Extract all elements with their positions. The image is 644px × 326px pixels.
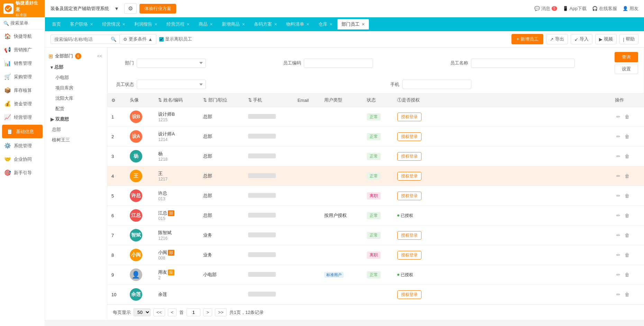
more-filters-btn[interactable]: ⚙ 更多条件 ▲ — [119, 34, 156, 44]
delete-btn[interactable]: 🗑 — [623, 173, 631, 179]
user-profile-btn[interactable]: 👤 用友 — [623, 6, 638, 12]
delete-btn[interactable]: 🗑 — [623, 291, 631, 298]
edit-btn[interactable]: ✏ — [615, 212, 622, 219]
auth-btn[interactable]: 授权登录 — [397, 152, 421, 161]
auth-btn[interactable]: 授权登录 — [397, 113, 421, 121]
delete-btn[interactable]: 🗑 — [623, 232, 631, 239]
auth-btn[interactable]: 授权登录 — [397, 172, 421, 180]
dept-item-dispatch[interactable]: 配货 — [48, 104, 107, 114]
dept-filter-select[interactable] — [137, 59, 206, 68]
video-btn[interactable]: ▶ 视频 — [595, 34, 617, 44]
sidebar-item-collab[interactable]: 🤝 企业协同 — [0, 152, 45, 166]
emp-status-select[interactable] — [137, 80, 206, 89]
auth-btn[interactable]: 授权登录 — [397, 251, 421, 259]
sidebar-item-marketing[interactable]: 📢 营销推广 — [0, 43, 45, 56]
auth-btn[interactable]: 授权登录 — [397, 290, 421, 299]
dept-item-zongbu[interactable]: 总部 — [45, 124, 107, 135]
tab-home[interactable]: 首页 — [48, 19, 65, 29]
sidebar-search[interactable]: 🔍 搜索菜单 — [0, 17, 45, 29]
close-icon[interactable]: ✕ — [274, 22, 277, 27]
emp-code-input[interactable] — [304, 59, 373, 68]
tab-barcode[interactable]: 条码方案✕ — [250, 19, 281, 29]
delete-btn[interactable]: 🗑 — [623, 252, 631, 258]
search-input[interactable] — [51, 35, 120, 44]
close-icon[interactable]: ✕ — [242, 22, 245, 27]
export-btn[interactable]: ↗ 导出 — [546, 34, 568, 44]
sidebar-item-sales[interactable]: 📊 销售管理 — [0, 56, 45, 70]
emp-name-input[interactable] — [471, 59, 575, 68]
show-resigned-label[interactable]: 显示离职员工 — [159, 36, 192, 42]
sidebar-item-finance[interactable]: 💰 资金管理 — [0, 97, 45, 111]
sidebar-item-operations[interactable]: 📈 经营管理 — [0, 111, 45, 124]
delete-btn[interactable]: 🗑 — [623, 113, 631, 120]
sidebar-item-nav[interactable]: 🏠 快捷导航 — [0, 29, 45, 43]
search-button[interactable]: 🔍 — [111, 37, 117, 42]
tab-warehouse[interactable]: 仓库✕ — [314, 19, 337, 29]
dept-item-zhishu[interactable]: 植树王三 — [45, 135, 107, 145]
close-icon[interactable]: ✕ — [362, 22, 365, 27]
phone-input[interactable] — [402, 80, 471, 89]
auth-btn[interactable]: 授权登录 — [397, 231, 421, 240]
prev-page-btn[interactable]: < — [168, 308, 177, 316]
message-btn[interactable]: 💬 消息 5 — [534, 6, 557, 12]
tab-profit[interactable]: 利润报告✕ — [130, 19, 162, 29]
edit-btn[interactable]: ✏ — [615, 192, 622, 199]
dept-tree-header[interactable]: ⊞ 全部部门 6 << — [45, 50, 107, 62]
dropdown-btn[interactable]: ▾ — [112, 3, 121, 14]
edit-btn[interactable]: ✏ — [615, 291, 622, 298]
query-btn[interactable]: 查询 — [615, 52, 638, 62]
first-page-btn[interactable]: << — [153, 308, 165, 316]
dept-item-shenyang[interactable]: 沈阳大库 — [48, 93, 107, 104]
dept-tree-parent-shuanglu[interactable]: ▶ 双鹿想 — [45, 114, 107, 124]
close-icon[interactable]: ✕ — [90, 22, 93, 27]
delete-btn[interactable]: 🗑 — [623, 133, 631, 140]
close-icon[interactable]: ✕ — [154, 22, 157, 27]
last-page-btn[interactable]: >> — [215, 308, 227, 316]
sidebar-item-system[interactable]: ⚙️ 系统管理 — [0, 139, 45, 152]
settings-btn[interactable]: ⚙ — [124, 3, 137, 14]
close-icon[interactable]: ✕ — [329, 22, 333, 27]
tab-operations[interactable]: 经营情况✕ — [98, 19, 129, 29]
app-download-btn[interactable]: 📱 App下载 — [563, 6, 587, 12]
auth-btn[interactable]: 授权登录 — [397, 132, 421, 141]
import-btn[interactable]: ↙ 导入 — [571, 34, 592, 44]
delete-btn[interactable]: 🗑 — [623, 192, 631, 199]
online-service-btn[interactable]: 🎧 在线客服 — [592, 6, 617, 12]
edit-btn[interactable]: ✏ — [615, 271, 622, 278]
auth-btn[interactable]: 授权登录 — [397, 192, 421, 200]
filter-settings-btn[interactable]: 设置 — [615, 64, 638, 74]
edit-btn[interactable]: ✏ — [615, 173, 622, 179]
per-page-select[interactable]: 50 — [134, 308, 151, 316]
collapse-tree-btn[interactable]: << — [96, 52, 103, 60]
tab-bom[interactable]: 物料清单✕ — [282, 19, 314, 29]
sidebar-item-inventory[interactable]: 📦 库存核算 — [0, 83, 45, 97]
tab-product[interactable]: 商品✕ — [194, 19, 217, 29]
sidebar-item-basic-info[interactable]: 📋 基础信息 — [2, 125, 43, 138]
delete-btn[interactable]: 🗑 — [623, 212, 631, 219]
close-icon[interactable]: ✕ — [187, 22, 190, 27]
edit-btn[interactable]: ✏ — [615, 113, 622, 120]
dept-item-xiaodian[interactable]: 小电部 — [48, 72, 107, 83]
edit-btn[interactable]: ✏ — [615, 252, 622, 258]
add-employee-btn[interactable]: + 新增员工 — [511, 34, 543, 44]
tab-employees[interactable]: 部门员工✕ — [337, 19, 369, 29]
dept-tree-parent-hq[interactable]: ▾ 总部 — [45, 62, 107, 72]
close-icon[interactable]: ✕ — [122, 22, 125, 27]
tab-customer[interactable]: 客户联络✕ — [66, 19, 97, 29]
edit-btn[interactable]: ✏ — [615, 153, 622, 160]
close-icon[interactable]: ✕ — [210, 22, 213, 27]
tab-history[interactable]: 经营历程✕ — [162, 19, 194, 29]
edit-btn[interactable]: ✏ — [615, 232, 622, 239]
tab-new-product[interactable]: 新增商品✕ — [218, 19, 249, 29]
delete-btn[interactable]: 🗑 — [623, 153, 631, 160]
sidebar-item-purchase[interactable]: 🛒 采购管理 — [0, 70, 45, 83]
edit-btn[interactable]: ✏ — [615, 133, 622, 140]
page-number-input[interactable] — [187, 308, 200, 316]
trial-btn[interactable]: 体验行业方案 — [139, 4, 176, 14]
close-icon[interactable]: ✕ — [306, 22, 309, 27]
next-page-btn[interactable]: > — [203, 308, 212, 316]
dept-item-project[interactable]: 项目库房 — [48, 83, 107, 93]
sidebar-item-guide[interactable]: 🎯 新手引导 — [0, 166, 45, 179]
show-resigned-checkbox[interactable] — [159, 37, 164, 42]
delete-btn[interactable]: 🗑 — [623, 271, 631, 278]
